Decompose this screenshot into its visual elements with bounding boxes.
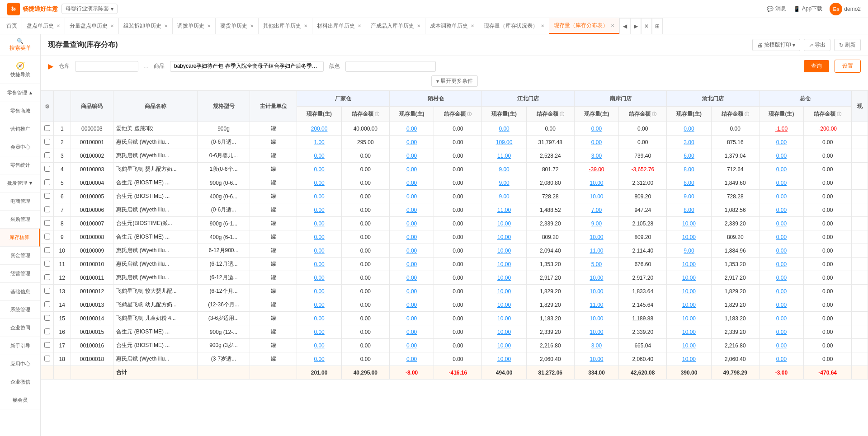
close-icon[interactable]: ✕ bbox=[164, 23, 168, 28]
tab-close-all[interactable]: ✕ bbox=[641, 18, 652, 34]
row-ckf-qty[interactable]: 0.00 bbox=[297, 203, 341, 217]
sidebar-item-ecommerce[interactable]: 电商管理 bbox=[0, 192, 40, 211]
row-jbm-qty[interactable]: 10.00 bbox=[482, 244, 526, 258]
settings-icon[interactable]: ⚙ bbox=[45, 103, 50, 110]
sidebar-item-retail-mgmt[interactable]: 零售管理 ▲ bbox=[0, 84, 40, 102]
row-mcf-qty[interactable]: 0.00 bbox=[389, 325, 434, 339]
row-zck-qty[interactable]: 0.00 bbox=[759, 176, 803, 190]
row-jbm-qty[interactable]: 10.00 bbox=[482, 230, 526, 244]
row-mcf-qty[interactable]: 0.00 bbox=[389, 203, 434, 217]
close-icon[interactable]: ✕ bbox=[541, 23, 544, 28]
row-checkbox[interactable] bbox=[41, 244, 54, 258]
close-icon[interactable]: ✕ bbox=[471, 23, 474, 28]
tab-nav-next[interactable]: ▶ bbox=[630, 18, 641, 34]
row-jbm-qty[interactable]: 0.00 bbox=[482, 122, 526, 136]
row-checkbox[interactable] bbox=[41, 339, 54, 352]
row-jbm-qty[interactable]: 10.00 bbox=[482, 325, 526, 339]
row-mcf-qty[interactable]: 0.00 bbox=[389, 298, 434, 312]
tab-5[interactable]: 要货单历史✕ bbox=[216, 18, 259, 34]
row-zck-qty[interactable]: 0.00 bbox=[759, 149, 803, 163]
row-ckf-qty[interactable]: 0.00 bbox=[297, 258, 341, 271]
row-nam-qty[interactable]: 10.00 bbox=[574, 190, 618, 203]
row-ckf-qty[interactable]: 0.00 bbox=[297, 271, 341, 285]
checkbox[interactable] bbox=[44, 166, 50, 172]
row-ckf-qty[interactable]: 0.00 bbox=[297, 325, 341, 339]
row-checkbox[interactable] bbox=[41, 325, 54, 339]
row-checkbox[interactable] bbox=[41, 298, 54, 312]
row-checkbox[interactable] bbox=[41, 271, 54, 285]
row-mcf-qty[interactable]: 0.00 bbox=[389, 176, 434, 190]
close-icon[interactable]: ✕ bbox=[57, 23, 60, 28]
row-ckf-qty[interactable]: 0.00 bbox=[297, 176, 341, 190]
checkbox[interactable] bbox=[44, 152, 50, 158]
checkbox[interactable] bbox=[44, 274, 50, 280]
row-jbm-qty[interactable]: 10.00 bbox=[482, 339, 526, 352]
sidebar-item-vip[interactable]: 畅会员 bbox=[0, 391, 40, 409]
row-nam-qty[interactable]: 10.00 bbox=[574, 230, 618, 244]
row-ybm-qty[interactable]: 10.00 bbox=[667, 312, 711, 325]
row-zck-qty[interactable]: 0.00 bbox=[759, 203, 803, 217]
tab-6[interactable]: 其他出库单历史✕ bbox=[259, 18, 312, 34]
row-ckf-qty[interactable]: 200.00 bbox=[297, 122, 341, 136]
row-checkbox[interactable] bbox=[41, 122, 54, 136]
tab-2[interactable]: 分量盘点单历史✕ bbox=[65, 18, 119, 34]
checkbox[interactable] bbox=[44, 328, 50, 334]
checkbox[interactable] bbox=[44, 139, 50, 145]
row-ckf-qty[interactable]: 0.00 bbox=[297, 149, 341, 163]
close-icon[interactable]: ✕ bbox=[207, 23, 211, 28]
row-zck-qty[interactable]: 0.00 bbox=[759, 163, 803, 176]
row-jbm-qty[interactable]: 10.00 bbox=[482, 285, 526, 298]
row-checkbox[interactable] bbox=[41, 176, 54, 190]
row-ybm-qty[interactable]: 10.00 bbox=[667, 325, 711, 339]
warehouse-input[interactable] bbox=[75, 61, 138, 72]
sidebar-item-purchase[interactable]: 采购管理 bbox=[0, 211, 40, 229]
row-zck-qty[interactable]: 0.00 bbox=[759, 136, 803, 149]
row-mcf-qty[interactable]: 0.00 bbox=[389, 312, 434, 325]
row-jbm-qty[interactable]: 10.00 bbox=[482, 312, 526, 325]
row-checkbox[interactable] bbox=[41, 149, 54, 163]
row-ybm-qty[interactable]: 8.00 bbox=[667, 176, 711, 190]
checkbox[interactable] bbox=[44, 342, 50, 348]
row-nam-qty[interactable]: 0.00 bbox=[574, 136, 618, 149]
row-ckf-qty[interactable]: 0.00 bbox=[297, 285, 341, 298]
row-nam-qty[interactable]: 11.00 bbox=[574, 298, 618, 312]
tab-nav-prev[interactable]: ◀ bbox=[619, 18, 630, 34]
row-checkbox[interactable] bbox=[41, 352, 54, 366]
row-zck-qty[interactable]: 0.00 bbox=[759, 271, 803, 285]
row-zck-qty[interactable]: -1.00 bbox=[759, 122, 803, 136]
row-jbm-qty[interactable]: 10.00 bbox=[482, 217, 526, 230]
row-nam-qty[interactable]: -39.00 bbox=[574, 163, 618, 176]
row-zck-qty[interactable]: 0.00 bbox=[759, 339, 803, 352]
setting-button[interactable]: 设置 bbox=[835, 60, 861, 73]
row-mcf-qty[interactable]: 0.00 bbox=[389, 122, 434, 136]
row-ckf-qty[interactable]: 0.00 bbox=[297, 339, 341, 352]
sidebar-item-retail-stats[interactable]: 零售统计 bbox=[0, 156, 40, 174]
row-nam-qty[interactable]: 10.00 bbox=[574, 312, 618, 325]
row-ckf-qty[interactable]: 0.00 bbox=[297, 217, 341, 230]
app-download-btn[interactable]: 📱 App下载 bbox=[793, 5, 822, 13]
row-zck-qty[interactable]: 0.00 bbox=[759, 312, 803, 325]
checkbox[interactable] bbox=[44, 288, 50, 294]
sidebar-item-members[interactable]: 会员中心 bbox=[0, 138, 40, 156]
checkbox[interactable] bbox=[44, 193, 50, 199]
row-ckf-qty[interactable]: 1.00 bbox=[297, 136, 341, 149]
row-zck-qty[interactable]: 0.00 bbox=[759, 244, 803, 258]
row-ckf-qty[interactable]: 0.00 bbox=[297, 163, 341, 176]
row-mcf-qty[interactable]: 0.00 bbox=[389, 285, 434, 298]
close-icon[interactable]: ✕ bbox=[110, 23, 114, 28]
sidebar-item-quick-nav[interactable]: 🧭 快捷导航 bbox=[0, 56, 40, 84]
row-zck-qty[interactable]: 0.00 bbox=[759, 230, 803, 244]
row-nam-qty[interactable]: 10.00 bbox=[574, 176, 618, 190]
row-ybm-qty[interactable]: 8.00 bbox=[667, 163, 711, 176]
row-checkbox[interactable] bbox=[41, 217, 54, 230]
tab-10[interactable]: 现存量（库存状况表）✕ bbox=[479, 18, 549, 34]
checkbox[interactable] bbox=[44, 206, 50, 212]
row-mcf-qty[interactable]: 0.00 bbox=[389, 339, 434, 352]
sidebar-search[interactable]: 🔍 搜索英单 bbox=[0, 34, 40, 56]
row-nam-qty[interactable]: 0.00 bbox=[574, 122, 618, 136]
row-ybm-qty[interactable]: 6.00 bbox=[667, 149, 711, 163]
row-jbm-qty[interactable]: 9.00 bbox=[482, 190, 526, 203]
row-ybm-qty[interactable]: 10.00 bbox=[667, 230, 711, 244]
checkbox[interactable] bbox=[44, 220, 50, 226]
checkbox[interactable] bbox=[44, 261, 50, 267]
